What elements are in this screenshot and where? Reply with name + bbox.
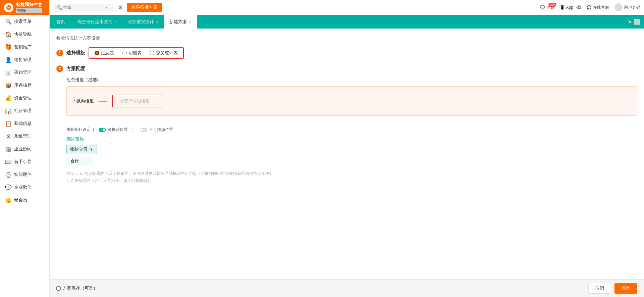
sidebar-item-label: 智能硬件 bbox=[14, 171, 32, 178]
service-label: 在线客服 bbox=[593, 5, 609, 10]
dimension-box: * 纵向维度 —— 请选择分组维度 bbox=[66, 86, 637, 116]
service-btn[interactable]: 🎧 在线客服 bbox=[587, 5, 609, 10]
sidebar-item-collab[interactable]: 🏢企业协同 bbox=[0, 143, 49, 155]
user-avatar bbox=[614, 3, 623, 11]
basic-info-icon: 📋 bbox=[5, 120, 11, 127]
section-divider bbox=[66, 122, 637, 122]
sidebar-item-label: 系统管理 bbox=[14, 133, 32, 139]
sidebar-item-finance[interactable]: 💰资金管理 bbox=[0, 92, 49, 104]
tab-home[interactable]: 首页 bbox=[50, 15, 72, 29]
dimension-section-label: 汇总维度（必选） bbox=[66, 77, 637, 83]
indicator-settings-label: 模板指标设定（ bbox=[66, 127, 95, 133]
sidebar-item-quick-nav[interactable]: 🏠快捷导航 bbox=[0, 28, 49, 41]
search-input[interactable] bbox=[63, 5, 104, 10]
guide-icon: 📖 bbox=[5, 159, 11, 165]
quick-nav-icon: 🏠 bbox=[5, 31, 11, 37]
page-footer: 方案保存（可选） 取消 查询 bbox=[50, 279, 644, 297]
sidebar-item-operation[interactable]: 📊经营管理 bbox=[0, 104, 49, 117]
tab-bar: 首页现金银行流水查询×收款情况统计×新建方案×✕⬜ bbox=[50, 15, 644, 29]
sidebar-item-inventory[interactable]: 📦库存核算 bbox=[0, 79, 49, 92]
radio-summary[interactable]: 汇总表 bbox=[95, 50, 114, 56]
sidebar-item-label: 经营管理 bbox=[14, 108, 32, 114]
indicator-separator: ） bbox=[132, 127, 136, 133]
member-icon: 👑 bbox=[5, 197, 11, 203]
sidebar-item-label: 新手引导 bbox=[14, 159, 32, 165]
message-btn[interactable]: 💬 消息 99+ bbox=[540, 5, 554, 10]
window-buttons: ✕⬜ bbox=[624, 19, 644, 25]
close-window-icon[interactable]: ✕ bbox=[628, 19, 632, 25]
sidebar-item-member[interactable]: 👑畅会员 bbox=[0, 194, 49, 206]
tab-close-new-plan[interactable]: × bbox=[189, 19, 191, 24]
indicator-header: 模板指标设定（ 可拖动位置 ） 不可拖动位置 bbox=[66, 127, 637, 133]
radio-detail-label: 明细表 bbox=[128, 50, 142, 56]
sidebar-item-sales[interactable]: 👤销售管理 bbox=[0, 53, 49, 66]
app-icon: 📱 bbox=[560, 5, 565, 10]
logo-icon: 好 bbox=[4, 3, 13, 12]
vertical-dimension-label: * 纵向维度 bbox=[73, 98, 94, 104]
sidebar-item-search-menu[interactable]: 🔍搜索菜单 bbox=[0, 15, 49, 28]
tab-new-plan[interactable]: 新建方案× bbox=[164, 15, 197, 29]
sidebar-item-system[interactable]: ⚙系统管理 bbox=[0, 130, 49, 143]
trial-btn[interactable]: 体验行业方案 bbox=[127, 3, 162, 12]
tab-close-bank-flow[interactable]: × bbox=[114, 19, 117, 24]
service-icon: 🎧 bbox=[587, 5, 592, 10]
header-search-box[interactable]: 🔍 ▼ bbox=[54, 4, 114, 11]
tab-collection-stat[interactable]: 收款情况统计× bbox=[122, 15, 164, 29]
save-checkbox[interactable]: 方案保存（可选） bbox=[56, 285, 98, 291]
save-checkbox-input[interactable] bbox=[56, 286, 61, 291]
sidebar-item-hardware[interactable]: ⌚智能硬件 bbox=[0, 168, 49, 181]
radio-detail[interactable]: 明细表 bbox=[122, 50, 142, 56]
draggable-toggle-icon bbox=[99, 128, 106, 132]
dimension-select[interactable]: 请选择分组维度 bbox=[112, 95, 162, 107]
main-area: 🔍 ▼ ⚙ 体验行业方案 💬 消息 99+ 📱 App下载 🎧 在线客服 用 bbox=[50, 0, 644, 297]
logo-badge: 标准版 bbox=[16, 8, 42, 13]
user-info[interactable]: 用户名称 bbox=[614, 3, 640, 11]
non-draggable-label: 不可拖动位置 bbox=[149, 127, 173, 133]
tab-label-bank-flow: 现金银行流水查询 bbox=[77, 19, 112, 25]
step1-section: 1 选择模板 汇总表 明细表 交叉统计表 bbox=[56, 47, 637, 59]
draggable-toggle[interactable]: 可拖动位置 bbox=[99, 127, 128, 133]
app-download-btn[interactable]: 📱 App下载 bbox=[560, 5, 581, 10]
indicator-tag-label: 收款金额 bbox=[70, 146, 88, 152]
inventory-icon: 📦 bbox=[5, 82, 11, 88]
collab-icon: 🏢 bbox=[5, 146, 11, 152]
template-radio-group: 汇总表 明细表 交叉统计表 bbox=[89, 47, 184, 59]
system-icon: ⚙ bbox=[5, 133, 11, 139]
sidebar-item-purchase[interactable]: 🛒采购管理 bbox=[0, 66, 49, 79]
sidebar-item-label: 基础信息 bbox=[14, 120, 32, 127]
indicator-total: 合计 bbox=[66, 157, 93, 165]
maximize-window-icon[interactable]: ⬜ bbox=[634, 19, 641, 25]
svg-text:好: 好 bbox=[7, 6, 10, 9]
sidebar-nav: 🔍搜索菜单🏠快捷导航🎁营销推广👤销售管理🛒采购管理📦库存核算💰资金管理📊经营管理… bbox=[0, 15, 49, 297]
step2-content: 汇总维度（必选） * 纵向维度 —— 请选择分组维度 模板指标设定（ bbox=[66, 77, 637, 184]
sidebar-item-label: 库存核算 bbox=[14, 82, 32, 88]
sidebar-item-label: 销售管理 bbox=[14, 57, 32, 63]
breadcrumb: 收款情况统计方案设置 bbox=[56, 35, 637, 41]
sidebar-item-label: 资金管理 bbox=[14, 95, 32, 101]
search-icon: 🔍 bbox=[57, 5, 62, 10]
radio-cross-label: 交叉统计表 bbox=[156, 50, 178, 56]
indicator-section-label: 统计指标 bbox=[66, 136, 637, 142]
operation-icon: 📊 bbox=[5, 108, 11, 114]
cancel-button[interactable]: 取消 bbox=[588, 283, 611, 294]
step2-title: 方案配置 bbox=[66, 66, 85, 72]
tab-bank-flow[interactable]: 现金银行流水查询× bbox=[72, 15, 122, 29]
step2-header: 2 方案配置 bbox=[56, 65, 637, 72]
search-menu-icon: 🔍 bbox=[5, 18, 11, 24]
radio-cross[interactable]: 交叉统计表 bbox=[150, 50, 178, 56]
non-draggable-toggle[interactable]: 不可拖动位置 bbox=[140, 127, 173, 133]
query-button[interactable]: 查询 bbox=[614, 283, 637, 294]
gear-icon[interactable]: ⚙ bbox=[118, 4, 123, 11]
sidebar-item-basic-info[interactable]: 📋基础信息 bbox=[0, 117, 49, 130]
tab-close-collection-stat[interactable]: × bbox=[156, 19, 158, 24]
draggable-label: 可拖动位置 bbox=[108, 127, 128, 133]
app-label: App下载 bbox=[566, 5, 581, 10]
sidebar-item-guide[interactable]: 📖新手引导 bbox=[0, 155, 49, 168]
sidebar-item-label: 营销推广 bbox=[14, 44, 32, 50]
sidebar-item-marketing[interactable]: 🎁营销推广 bbox=[0, 41, 49, 53]
indicator-tag[interactable]: 收款金额 ▼ bbox=[66, 145, 97, 154]
wechat-icon: 💬 bbox=[5, 184, 11, 190]
indicator-tag-caret-icon: ▼ bbox=[90, 147, 93, 151]
hardware-icon: ⌚ bbox=[5, 171, 11, 178]
sidebar-item-wechat[interactable]: 💬企业微信 bbox=[0, 181, 49, 194]
